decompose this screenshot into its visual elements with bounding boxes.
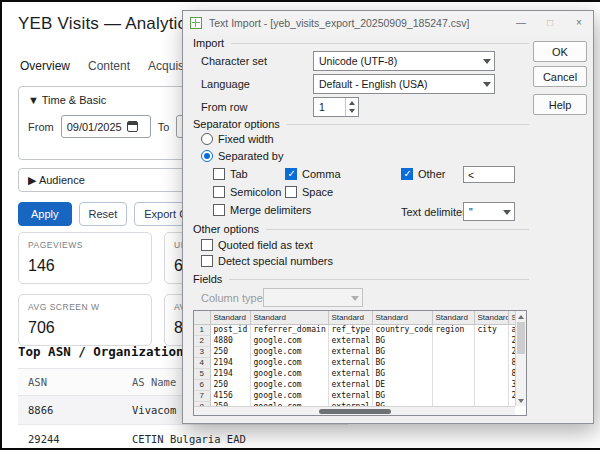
preview-cell <box>432 346 474 357</box>
preview-cell: external <box>328 390 372 401</box>
ok-button[interactable]: OK <box>533 41 587 62</box>
scroll-up-icon[interactable] <box>516 311 526 321</box>
stat-label: PAGEVIEWS <box>28 240 142 250</box>
dialog-titlebar[interactable]: Text Import - [yeb_visits_export_2025090… <box>183 11 593 34</box>
screen: YEB Visits — Analytics Overview Content … <box>0 0 600 450</box>
preview-cell <box>432 357 474 368</box>
chevron-down-icon[interactable] <box>499 203 514 220</box>
tab-checkbox[interactable]: Tab <box>213 168 248 180</box>
section-import: Import <box>193 37 529 49</box>
preview-cell: BG <box>372 368 432 379</box>
column-type-header[interactable]: Standard <box>250 311 328 324</box>
charset-label: Character set <box>201 55 267 67</box>
preview-row: 42194google.comexternalBG88 <box>194 357 527 368</box>
preview-cell: google.com <box>250 346 328 357</box>
preview-cell: DE <box>372 379 432 390</box>
reset-button[interactable]: Reset <box>79 202 128 226</box>
asn-heading: Top ASN / Organizations <box>18 344 191 359</box>
calendar-icon[interactable] <box>127 121 138 132</box>
preview-area: StandardStandardStandardStandardStandard… <box>193 310 527 416</box>
from-row-stepper[interactable]: 1 <box>313 97 359 117</box>
quoted-field-checkbox[interactable]: Quoted field as text <box>201 239 313 251</box>
stat-value: 706 <box>28 319 142 337</box>
charset-select[interactable]: Unicode (UTF-8) <box>313 51 495 71</box>
other-checkbox[interactable]: Other <box>401 168 446 180</box>
column-type-header[interactable]: Standard <box>372 311 432 324</box>
calc-app-icon <box>190 17 202 29</box>
from-date-input[interactable]: 09/01/2025 <box>61 115 151 138</box>
detect-numbers-checkbox[interactable]: Detect special numbers <box>201 255 333 267</box>
chevron-down-icon[interactable] <box>479 52 494 70</box>
charset-value: Unicode (UTF-8) <box>314 55 479 67</box>
separated-by-radio[interactable]: Separated by <box>201 150 283 162</box>
spin-up-icon[interactable] <box>346 98 358 107</box>
tab-content[interactable]: Content <box>88 59 130 73</box>
help-button[interactable]: Help <box>533 94 587 115</box>
preview-type-row: StandardStandardStandardStandardStandard… <box>194 311 527 324</box>
preview-cell <box>474 346 508 357</box>
row-number: 4 <box>194 357 210 368</box>
row-number: 3 <box>194 346 210 357</box>
comma-checkbox[interactable]: Comma <box>285 168 341 180</box>
fixed-width-radio[interactable]: Fixed width <box>201 133 274 145</box>
to-label: To <box>158 121 170 133</box>
preview-cell <box>432 335 474 346</box>
close-icon[interactable]: × <box>572 17 586 28</box>
semicolon-checkbox[interactable]: Semicolon <box>213 186 281 198</box>
spin-down-icon[interactable] <box>346 107 358 116</box>
column-type-header[interactable]: Standard <box>328 311 372 324</box>
stepper-buttons <box>345 98 358 116</box>
preview-cell: google.com <box>250 390 328 401</box>
tab-checkbox-label: Tab <box>230 168 248 180</box>
preview-cell: external <box>328 368 372 379</box>
preview-cell <box>474 390 508 401</box>
text-import-dialog: Text Import - [yeb_visits_export_2025090… <box>182 10 594 424</box>
scroll-down-icon[interactable] <box>516 396 526 406</box>
detect-numbers-label: Detect special numbers <box>218 255 333 267</box>
preview-cell <box>474 335 508 346</box>
stat-label: AVG SCREEN W <box>28 302 142 312</box>
column-type-header[interactable]: Standard <box>474 311 508 324</box>
space-checkbox[interactable]: Space <box>285 186 333 198</box>
apply-button[interactable]: Apply <box>18 202 72 226</box>
merge-delimiters-checkbox[interactable]: Merge delimiters <box>213 204 311 216</box>
asn-cell: 29244 <box>18 425 122 450</box>
checkbox-icon <box>201 255 213 267</box>
page-title: YEB Visits — Analytics <box>18 14 195 34</box>
preview-cell: BG <box>372 346 432 357</box>
scrollbar-thumb[interactable] <box>319 409 391 414</box>
stat-card-pageviews: PAGEVIEWS 146 <box>18 232 152 284</box>
dialog-title: Text Import - [yeb_visits_export_2025090… <box>209 17 469 29</box>
column-type-header[interactable]: Standard <box>210 311 250 324</box>
preview-cell: region <box>432 324 474 335</box>
preview-row: 6250google.comexternalDE32 <box>194 379 527 390</box>
vertical-scrollbar[interactable] <box>515 311 526 406</box>
preview-cell: 2194 <box>210 357 250 368</box>
preview-cell: referrer_domain <box>250 324 328 335</box>
chevron-down-icon[interactable] <box>479 75 494 93</box>
horizontal-scrollbar[interactable] <box>194 406 515 415</box>
text-delimiter-value: " <box>464 206 499 218</box>
cancel-button[interactable]: Cancel <box>533 66 587 87</box>
quoted-field-label: Quoted field as text <box>218 239 313 251</box>
preview-cell: external <box>328 379 372 390</box>
from-label: From <box>28 121 54 133</box>
language-select[interactable]: Default - English (USA) <box>313 74 495 94</box>
section-other-options: Other options <box>193 223 529 235</box>
minimize-icon[interactable]: — <box>514 17 528 28</box>
row-number: 1 <box>194 324 210 335</box>
section-import-label: Import <box>193 37 224 49</box>
fixed-width-label: Fixed width <box>218 133 274 145</box>
column-type-header[interactable]: Standard <box>432 311 474 324</box>
column-type-select[interactable] <box>263 288 363 307</box>
space-checkbox-label: Space <box>302 186 333 198</box>
semicolon-checkbox-label: Semicolon <box>230 186 281 198</box>
text-delimiter-select[interactable]: " <box>463 202 515 221</box>
checkbox-icon <box>213 186 225 198</box>
other-separator-input[interactable]: < <box>463 166 515 183</box>
maximize-icon[interactable]: □ <box>543 17 557 28</box>
tab-overview[interactable]: Overview <box>20 59 70 73</box>
other-checkbox-label: Other <box>418 168 446 180</box>
scrollbar-thumb[interactable] <box>517 322 525 354</box>
language-value: Default - English (USA) <box>314 78 479 90</box>
